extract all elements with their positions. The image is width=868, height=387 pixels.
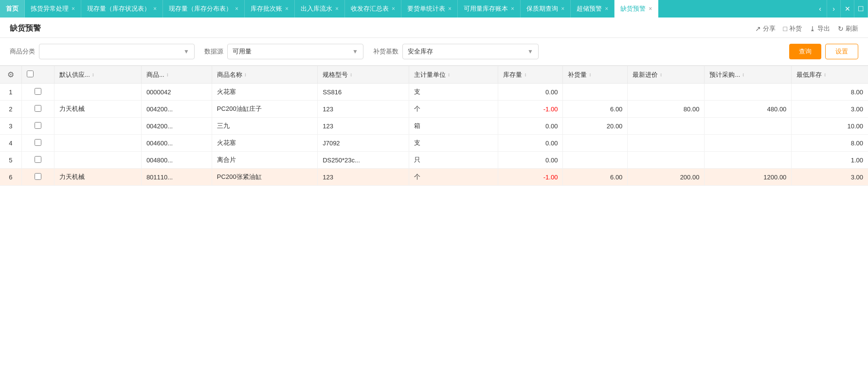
row-item-name-1: 火花塞 (212, 84, 317, 101)
row-select-6[interactable] (35, 173, 41, 180)
export-button[interactable]: ⤓ 导出 (810, 24, 830, 33)
tab-close-inout-flow[interactable]: × (335, 5, 339, 12)
tab-batch-account[interactable]: 库存批次账 × (245, 0, 295, 18)
sort-latest-price-icon[interactable]: ↕ (660, 72, 662, 77)
sort-min-stock-icon[interactable]: ↕ (824, 72, 826, 77)
tab-close-exception[interactable]: × (72, 5, 75, 12)
tab-close-expiry-query[interactable]: × (561, 5, 564, 12)
row-checkbox-6 (21, 169, 54, 186)
tab-shortage[interactable]: 缺货预警 × (615, 0, 658, 18)
tab-close-inventory-dist[interactable]: × (235, 5, 238, 12)
row-item-code-4: 004600... (141, 135, 212, 152)
tab-close-receive-summary[interactable]: × (392, 5, 395, 12)
row-item-name-3: 三九 (212, 118, 317, 135)
row-select-3[interactable] (35, 122, 41, 129)
tab-inout-flow[interactable]: 出入库流水 × (295, 0, 345, 18)
query-button[interactable]: 查询 (789, 44, 821, 59)
replenish-base-value: 安全库存 (408, 47, 433, 56)
row-idx-4: 4 (0, 135, 21, 152)
refresh-button[interactable]: ↻ 刷新 (838, 24, 858, 33)
tab-close-overstock[interactable]: × (605, 5, 608, 12)
row-min-stock-1: 8.00 (792, 84, 868, 101)
tab-close-demand-stats[interactable]: × (448, 5, 452, 12)
tab-receive-summary[interactable]: 收发存汇总表 × (345, 0, 401, 18)
tab-fullscreen-button[interactable]: ☐ (854, 0, 868, 18)
th-est-purchase: 预计采购... ↕ (705, 66, 792, 84)
tab-close-batch-account[interactable]: × (285, 5, 289, 12)
gear-settings-icon[interactable]: ⚙ (7, 70, 14, 79)
row-select-5[interactable] (35, 156, 41, 163)
row-stock-5: 0.00 (498, 152, 563, 169)
row-item-code-2: 004200... (141, 101, 212, 118)
row-replenish-qty-3: 20.00 (563, 118, 628, 135)
filter-actions: 查询 设置 (789, 44, 858, 59)
row-unit-3: 箱 (409, 118, 498, 135)
tab-inventory-dist[interactable]: 现存量（库存分布表） × (163, 0, 245, 18)
category-dropdown-icon: ▼ (183, 48, 189, 55)
page-title: 缺货预警 (10, 23, 41, 34)
row-latest-price-5 (628, 152, 705, 169)
tab-demand-stats[interactable]: 要货单统计表 × (401, 0, 458, 18)
th-item-name: 商品名称 ↕ (212, 66, 317, 84)
row-supplier-2: 力天机械 (54, 101, 141, 118)
row-stock-1: 0.00 (498, 84, 563, 101)
row-idx-3: 3 (0, 118, 21, 135)
tab-prev-button[interactable]: ‹ (814, 0, 827, 18)
row-idx-6: 6 (0, 169, 21, 186)
row-unit-4: 支 (409, 135, 498, 152)
row-min-stock-5: 1.00 (792, 152, 868, 169)
tab-close-shortage[interactable]: × (649, 5, 652, 12)
table-row: 2 力天机械 004200... PC200油缸庄子 123 个 -1.00 6… (0, 101, 868, 118)
th-checkbox (21, 66, 54, 84)
tab-close-inventory-status[interactable]: × (153, 5, 157, 12)
sort-stock-icon[interactable]: ↕ (524, 72, 526, 77)
datasource-dropdown-icon: ▼ (352, 48, 358, 55)
datasource-value: 可用量 (233, 47, 252, 56)
replenish-base-select[interactable]: 安全库存 ▼ (402, 44, 539, 59)
th-stock: 库存量 ↕ (498, 66, 563, 84)
replenish-button[interactable]: □ 补货 (783, 24, 802, 33)
sort-item-name-icon[interactable]: ↕ (244, 72, 247, 77)
row-unit-6: 个 (409, 169, 498, 186)
row-checkbox-4 (21, 135, 54, 152)
th-supplier: 默认供应... ↕ (54, 66, 141, 84)
row-min-stock-6: 3.00 (792, 169, 868, 186)
settings-button[interactable]: 设置 (825, 44, 858, 59)
th-latest-price: 最新进价 ↕ (628, 66, 705, 84)
table-row: 4 004600... 火花塞 J7092 支 0.00 8.00 (0, 135, 868, 152)
row-select-4[interactable] (35, 139, 41, 146)
row-spec-3: 123 (318, 118, 409, 135)
share-button[interactable]: ↗ 分享 (755, 24, 776, 33)
replenish-base-label: 补货基数 (373, 47, 398, 56)
tab-home[interactable]: 首页 (0, 0, 25, 18)
row-item-code-1: 0000042 (141, 84, 212, 101)
tab-close-window-button[interactable]: ✕ (841, 0, 854, 18)
tab-expiry-query[interactable]: 保质期查询 × (521, 0, 571, 18)
row-spec-2: 123 (318, 101, 409, 118)
row-item-code-6: 801110... (141, 169, 212, 186)
tab-overstock[interactable]: 超储预警 × (571, 0, 615, 18)
datasource-label: 数据源 (204, 47, 223, 56)
sort-unit-icon[interactable]: ↕ (448, 72, 450, 77)
page-content: 缺货预警 ↗ 分享 □ 补货 ⤓ 导出 ↻ 刷新 商品分类 (0, 18, 868, 387)
tab-close-available-ledger[interactable]: × (511, 5, 514, 12)
row-select-2[interactable] (35, 105, 41, 112)
row-item-name-5: 离合片 (212, 152, 317, 169)
category-select[interactable]: ▼ (39, 44, 195, 59)
row-stock-2: -1.00 (498, 101, 563, 118)
tab-available-ledger[interactable]: 可用量库存账本 × (458, 0, 521, 18)
table-row: 5 004800... 离合片 DS250*23c... 只 0.00 1.00 (0, 152, 868, 169)
sort-spec-icon[interactable]: ↕ (350, 72, 352, 77)
sort-replenish-qty-icon[interactable]: ↕ (589, 72, 591, 77)
row-select-1[interactable] (35, 88, 41, 95)
tab-exception[interactable]: 拣货异常处理 × (25, 0, 81, 18)
tab-inventory-status[interactable]: 现存量（库存状况表） × (81, 0, 163, 18)
filter-bar: 商品分类 ▼ 数据源 可用量 ▼ 补货基数 安全库存 ▼ 查询 设置 (0, 38, 868, 66)
sort-supplier-icon[interactable]: ↕ (92, 72, 94, 77)
sort-item-code-icon[interactable]: ↕ (166, 72, 169, 77)
sort-est-purchase-icon[interactable]: ↕ (742, 72, 744, 77)
row-idx-5: 5 (0, 152, 21, 169)
datasource-select[interactable]: 可用量 ▼ (227, 44, 363, 59)
tab-next-button[interactable]: › (827, 0, 841, 18)
select-all-checkbox[interactable] (27, 70, 34, 77)
